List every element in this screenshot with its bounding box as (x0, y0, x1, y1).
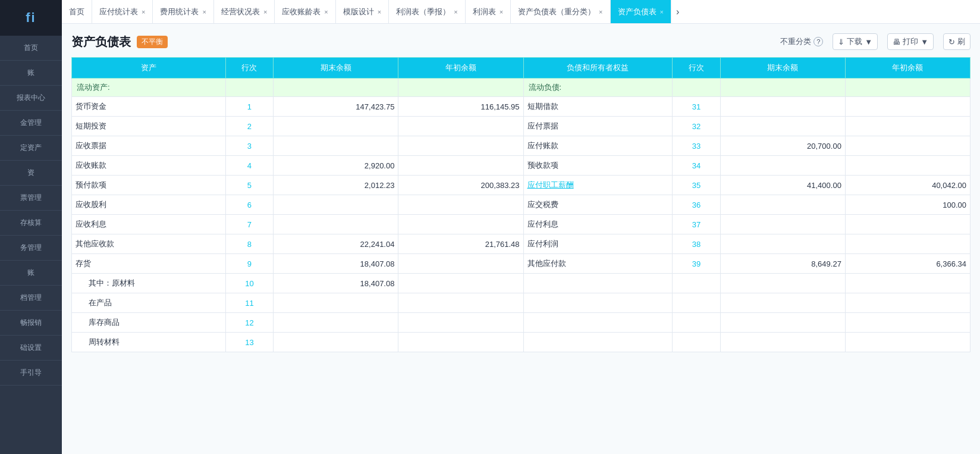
print-button[interactable]: 🖶 打印 ▼ (887, 33, 934, 50)
asset-line[interactable]: 8 (225, 234, 274, 254)
close-icon[interactable]: × (660, 8, 664, 15)
liab-label: 应付利润 (523, 234, 672, 254)
help-icon[interactable]: ? (813, 37, 823, 46)
tab-profit-quarterly[interactable]: 利润表（季报） × (389, 0, 465, 23)
tab-profit[interactable]: 利润表 × (466, 0, 511, 23)
asset-year (398, 274, 523, 293)
sidebar-item-expense[interactable]: 畅报销 (0, 311, 62, 336)
liab-period (720, 274, 845, 293)
tab-scroll-right[interactable]: › (671, 0, 684, 23)
liab-label (523, 313, 672, 333)
sidebar-item-invoice[interactable]: 票管理 (0, 186, 62, 211)
liab-line[interactable]: 33 (673, 136, 721, 156)
liab-period (720, 215, 845, 234)
close-icon[interactable]: × (202, 8, 206, 15)
header-period-end2: 期末余额 (720, 58, 845, 79)
sidebar-item-assets[interactable]: 资 (0, 161, 62, 186)
close-icon[interactable]: × (454, 8, 457, 15)
liab-period: 8,649.27 (720, 254, 845, 274)
liab-line[interactable]: 36 (673, 195, 721, 215)
print-label: 打印 (903, 36, 918, 47)
sidebar-item-finance[interactable]: 金管理 (0, 111, 62, 136)
tab-balance-reclassified[interactable]: 资产负债表（重分类） × (511, 0, 610, 23)
liab-line[interactable]: 31 (673, 97, 721, 117)
close-icon[interactable]: × (500, 8, 503, 15)
download-button[interactable]: ⇓ 下载 ▼ (833, 33, 878, 50)
liab-line[interactable]: 32 (673, 117, 721, 136)
asset-label: 预付款项 (72, 176, 226, 195)
liab-period (720, 333, 845, 352)
asset-period: 147,423.75 (274, 97, 398, 117)
liab-year (845, 117, 970, 136)
asset-period (274, 333, 398, 352)
liab-label: 预收款项 (523, 156, 672, 176)
asset-line[interactable]: 12 (225, 313, 274, 333)
sidebar-item-business[interactable]: 务管理 (0, 236, 62, 261)
asset-line[interactable]: 2 (225, 117, 274, 136)
refresh-icon: ↻ (948, 37, 955, 46)
liab-line[interactable]: 38 (673, 234, 721, 254)
asset-line[interactable]: 13 (225, 333, 274, 352)
sidebar-item-archive[interactable]: 档管理 (0, 286, 62, 311)
asset-line[interactable]: 6 (225, 195, 274, 215)
tab-home[interactable]: 首页 (62, 0, 92, 23)
asset-period (274, 293, 398, 313)
asset-label: 库存商品 (72, 313, 226, 333)
asset-line[interactable]: 3 (225, 136, 274, 156)
liab-line[interactable]: 39 (673, 254, 721, 274)
tab-payable-stats[interactable]: 应付统计表 × (92, 0, 153, 23)
asset-line[interactable]: 1 (225, 97, 274, 117)
liab-line[interactable] (673, 333, 721, 352)
liab-line[interactable] (673, 313, 721, 333)
liab-line[interactable] (673, 274, 721, 293)
close-icon[interactable]: × (324, 8, 328, 15)
asset-year (398, 136, 523, 156)
tab-expense-stats[interactable]: 费用统计表 × (153, 0, 213, 23)
sidebar-item-ledger[interactable]: 账 (0, 261, 62, 286)
asset-line[interactable]: 11 (225, 293, 274, 313)
download-label: 下载 (847, 36, 862, 47)
liab-line[interactable] (673, 293, 721, 313)
tab-balance-sheet[interactable]: 资产负债表 × (611, 0, 671, 23)
asset-line[interactable]: 10 (225, 274, 274, 293)
liab-line[interactable]: 34 (673, 156, 721, 176)
asset-line[interactable]: 9 (225, 254, 274, 274)
sidebar-item-inventory[interactable]: 存核算 (0, 211, 62, 236)
download-icon: ⇓ (838, 37, 844, 46)
liab-year (845, 293, 970, 313)
liab-year (845, 234, 970, 254)
sidebar-item-fixed-assets[interactable]: 定资产 (0, 136, 62, 161)
liab-line[interactable]: 35 (673, 176, 721, 195)
asset-line[interactable]: 5 (225, 176, 274, 195)
asset-year (398, 215, 523, 234)
no-reclassify-toggle[interactable]: 不重分类 ? (780, 36, 823, 47)
refresh-button[interactable]: ↻ 刷 (943, 33, 970, 50)
close-icon[interactable]: × (378, 8, 381, 15)
header-line2: 行次 (673, 58, 721, 79)
asset-year (398, 313, 523, 333)
close-icon[interactable]: × (263, 8, 267, 15)
close-icon[interactable]: × (599, 8, 602, 15)
tab-receivable-aging[interactable]: 应收账龄表 × (275, 0, 335, 23)
tab-business-status[interactable]: 经营状况表 × (214, 0, 275, 23)
asset-label: 应收股利 (72, 195, 226, 215)
sidebar-item-home[interactable]: 首页 (0, 36, 62, 61)
balance-table: 资产 行次 期末余额 年初余额 负债和所有者权益 行次 期末余额 年初余额 流动… (71, 57, 970, 352)
sidebar-item-report[interactable]: 报表中心 (0, 86, 62, 111)
asset-label: 应收账款 (72, 156, 226, 176)
page-header: 资产负债表 不平衡 不重分类 ? ⇓ 下载 ▼ 🖶 打印 ▼ (71, 33, 970, 50)
liab-year: 40,042.00 (845, 176, 970, 195)
sidebar-item-account[interactable]: 账 (0, 61, 62, 86)
asset-period: 18,407.08 (274, 274, 398, 293)
sidebar-item-settings[interactable]: 础设置 (0, 336, 62, 361)
tab-template-design[interactable]: 模版设计 × (336, 0, 389, 23)
sidebar-item-guide[interactable]: 手引导 (0, 361, 62, 386)
print-icon: 🖶 (893, 37, 900, 46)
liab-period (720, 117, 845, 136)
liab-line[interactable]: 37 (673, 215, 721, 234)
liab-year (845, 97, 970, 117)
asset-line[interactable]: 4 (225, 156, 274, 176)
close-icon[interactable]: × (142, 8, 145, 15)
asset-label: 应收票据 (72, 136, 226, 156)
asset-line[interactable]: 7 (225, 215, 274, 234)
